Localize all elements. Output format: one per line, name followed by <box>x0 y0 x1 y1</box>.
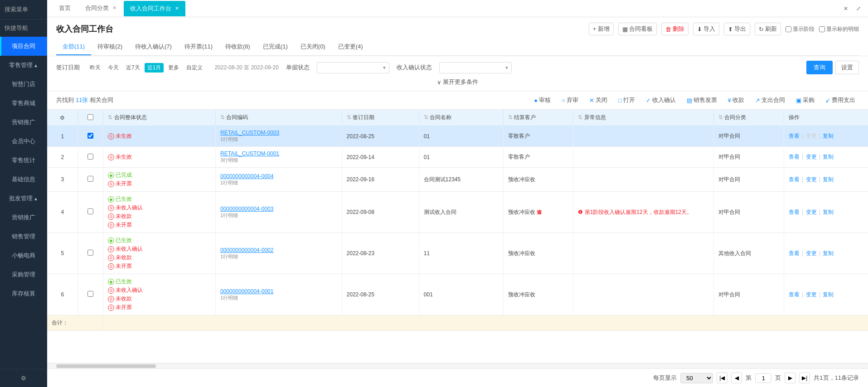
date-btn-last7[interactable]: 近7天 <box>123 63 143 73</box>
sub-tab-closed[interactable]: 已关闭(0) <box>294 39 332 55</box>
income-confirm-select[interactable] <box>439 62 512 73</box>
add-btn[interactable]: + 新增 <box>589 23 614 35</box>
contract-link[interactable]: RETAIL_CUSTOM-0001 <box>220 150 279 157</box>
view-btn[interactable]: 查看 <box>789 154 800 160</box>
show-detail-input[interactable] <box>819 26 825 32</box>
abandon-btn[interactable]: ○ 弃审 <box>558 95 582 106</box>
out-contract-btn[interactable]: ↗ 支出合同 <box>752 95 789 106</box>
sidebar-item-retail[interactable]: 零售管理 ▲ <box>0 56 47 75</box>
purchase-btn[interactable]: ▣ 采购 <box>792 95 818 106</box>
expense-out-btn[interactable]: ↙ 费用支出 <box>822 95 859 106</box>
sidebar-quick-nav[interactable]: 快捷导航 <box>0 19 47 37</box>
view-btn[interactable]: 查看 <box>789 250 800 256</box>
tab-home[interactable]: 首页 <box>52 0 78 17</box>
sub-tab-pending-income[interactable]: 待收入确认(7) <box>129 39 178 55</box>
select-all-checkbox[interactable] <box>87 114 93 120</box>
sub-tab-pending-review[interactable]: 待审核(2) <box>91 39 129 55</box>
income-confirm-btn[interactable]: ✓ 收入确认 <box>642 95 679 106</box>
last-page-btn[interactable]: ▶| <box>799 372 810 383</box>
copy-btn[interactable]: 复制 <box>823 250 834 256</box>
sub-tab-pending-payment[interactable]: 待收款(8) <box>219 39 257 55</box>
row-checkbox[interactable] <box>87 154 93 160</box>
sidebar-item-sales-mgr[interactable]: 销售管理 <box>0 227 47 246</box>
copy-btn[interactable]: 复制 <box>823 133 834 139</box>
sidebar-item-xiaochu[interactable]: 小畅电商 <box>0 246 47 265</box>
date-btn-custom[interactable]: 自定义 <box>184 63 205 73</box>
view-btn[interactable]: 查看 <box>789 209 800 215</box>
page-size-select[interactable]: 50 20 100 <box>680 373 713 383</box>
tab-close-income-workbench[interactable]: ✕ <box>175 5 179 11</box>
sales-invoice-btn[interactable]: ▤ 销售发票 <box>683 95 721 106</box>
first-page-btn[interactable]: |◀ <box>717 372 727 383</box>
search-btn[interactable]: 查询 <box>806 61 833 74</box>
delete-btn[interactable]: 🗑 删除 <box>661 23 689 35</box>
show-detail-checkbox[interactable]: 显示标的明细 <box>819 25 859 33</box>
tab-close-contract-category[interactable]: ✕ <box>112 5 116 11</box>
change-btn[interactable]: 变更 <box>806 133 817 139</box>
date-btn-more[interactable]: 更多 <box>165 63 182 73</box>
page-input[interactable] <box>755 373 771 383</box>
review-btn[interactable]: ● 审核 <box>530 95 554 106</box>
contract-board-btn[interactable]: ▦ 合同看板 <box>618 23 657 35</box>
view-btn[interactable]: 查看 <box>789 133 800 139</box>
row-checkbox[interactable] <box>87 208 93 214</box>
show-stage-input[interactable] <box>786 26 791 32</box>
sub-tab-completed[interactable]: 已完成(1) <box>257 39 294 55</box>
sidebar-item-retail-mall[interactable]: 零售商城 <box>0 94 47 113</box>
sidebar-item-project[interactable]: 项目合同 <box>0 37 47 56</box>
sidebar-item-marketing2[interactable]: 营销推广 <box>0 208 47 227</box>
horizontal-scrollbar[interactable] <box>47 363 868 368</box>
sidebar-item-smart-store[interactable]: 智慧门店 <box>0 75 47 94</box>
expand-more-btn[interactable]: ∨ 展开更多条件 <box>437 78 478 86</box>
sidebar-item-base-info[interactable]: 基础信息 <box>0 170 47 189</box>
sidebar-item-purchase[interactable]: 采购管理 <box>0 265 47 284</box>
change-btn[interactable]: 变更 <box>806 154 817 160</box>
export-btn[interactable]: ⬆ 导出 <box>724 23 750 35</box>
sub-tab-pending-invoice[interactable]: 待开票(11) <box>178 39 219 55</box>
contract-link[interactable]: RETAIL_CUSTOM-0003 <box>220 130 279 136</box>
import-btn[interactable]: ⬇ 导入 <box>693 23 719 35</box>
view-btn[interactable]: 查看 <box>789 176 800 183</box>
change-btn[interactable]: 变更 <box>806 291 817 298</box>
copy-btn[interactable]: 复制 <box>823 291 834 298</box>
open-contract-btn[interactable]: □ 打开 <box>615 95 639 106</box>
filter-setting-btn[interactable]: 设置 <box>835 61 859 74</box>
row-checkbox[interactable] <box>87 250 93 256</box>
sidebar-item-wholesale[interactable]: 批发管理 ▲ <box>0 189 47 208</box>
sub-tab-changed[interactable]: 已变更(4) <box>332 39 369 55</box>
tab-close-all-btn[interactable]: ✕ <box>841 5 851 13</box>
change-btn[interactable]: 变更 <box>806 176 817 183</box>
close-contract-btn[interactable]: ✕ 关闭 <box>586 95 611 106</box>
view-btn[interactable]: 查看 <box>789 291 800 298</box>
contract-link[interactable]: 0000000000004-0004 <box>220 173 273 179</box>
sidebar-item-marketing[interactable]: 营销推广 <box>0 113 47 132</box>
tab-contract-category[interactable]: 合同分类 ✕ <box>78 0 124 17</box>
refresh-btn[interactable]: ↻ 刷新 <box>755 23 781 35</box>
prev-page-btn[interactable]: ◀ <box>731 372 742 383</box>
date-btn-last1m[interactable]: 近1月 <box>145 63 164 73</box>
copy-btn[interactable]: 复制 <box>823 154 834 160</box>
sub-tab-all[interactable]: 全部(11) <box>56 39 91 55</box>
row-checkbox[interactable] <box>87 291 93 297</box>
change-btn[interactable]: 变更 <box>806 209 817 215</box>
contract-link[interactable]: 0000000000004-0001 <box>220 288 273 295</box>
sidebar-settings-btn[interactable]: ⚙ <box>0 369 47 387</box>
next-page-btn[interactable]: ▶ <box>785 372 795 383</box>
tab-expand-btn[interactable]: ⤢ <box>853 5 863 13</box>
row-checkbox[interactable] <box>87 176 93 182</box>
copy-btn[interactable]: 复制 <box>823 176 834 183</box>
show-stage-checkbox[interactable]: 显示阶段 <box>786 25 815 33</box>
scrollbar-thumb[interactable] <box>56 364 156 368</box>
change-btn[interactable]: 变更 <box>806 250 817 256</box>
col-settings[interactable]: ⚙ <box>47 110 78 126</box>
sidebar-search[interactable]: 搜索菜单 <box>0 0 47 19</box>
doc-status-select[interactable] <box>317 62 389 73</box>
date-btn-today[interactable]: 今天 <box>105 63 121 73</box>
copy-btn[interactable]: 复制 <box>823 209 834 215</box>
sidebar-item-inventory[interactable]: 库存核算 <box>0 284 47 303</box>
contract-link[interactable]: 0000000000004-0002 <box>220 247 273 253</box>
payment-btn[interactable]: ¥ 收款 <box>724 95 748 106</box>
sidebar-item-member[interactable]: 会员中心 <box>0 132 47 151</box>
contract-link[interactable]: 0000000000004-0003 <box>220 206 273 212</box>
date-btn-yesterday[interactable]: 昨天 <box>87 63 103 73</box>
